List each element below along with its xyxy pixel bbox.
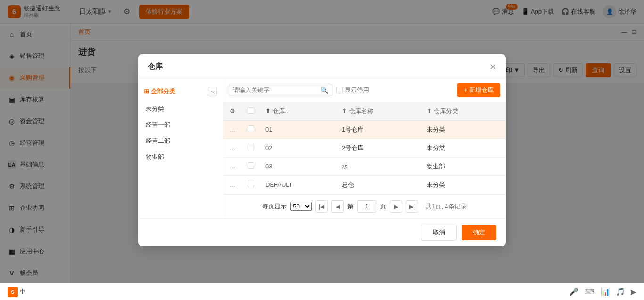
bottom-logo: S 中 [8, 287, 25, 297]
row-checkbox[interactable] [248, 162, 254, 169]
th-name: ⬆ 仓库名称 [336, 102, 421, 121]
search-box: 🔍 [229, 84, 332, 96]
content-panel: 🔍 显示停用 + 新增仓库 ⚙ [223, 78, 506, 218]
add-warehouse-btn[interactable]: + 新增仓库 [457, 83, 500, 97]
cancel-button[interactable]: 取消 [421, 225, 457, 241]
row-code: 03 [260, 157, 336, 175]
disabled-checkbox[interactable] [336, 87, 343, 93]
table-row[interactable]: ... 03 水 物业部 [223, 157, 506, 175]
last-page-btn[interactable]: ▶| [406, 200, 418, 213]
row-checkbox[interactable] [248, 181, 254, 187]
row-code: 02 [260, 139, 336, 157]
row-more-btn[interactable]: ... [223, 139, 242, 157]
modal-body: ⊞ 全部分类 « 未分类 经营一部 经营二部 物业部 🔍 [138, 78, 506, 218]
warehouse-modal: 仓库 ✕ ⊞ 全部分类 « 未分类 经营一部 经营二部 物业部 [138, 54, 506, 246]
page-label: 第 [347, 202, 354, 211]
row-checkbox-cell [242, 120, 260, 139]
table-row[interactable]: ... 01 1号仓库 未分类 [223, 120, 506, 139]
prev-page-btn[interactable]: ◀ [331, 200, 344, 213]
content-toolbar: 🔍 显示停用 + 新增仓库 [223, 78, 506, 102]
category-item-dept1[interactable]: 经营一部 [138, 117, 223, 133]
gear-th-icon: ⚙ [230, 108, 235, 115]
select-all-checkbox[interactable] [248, 107, 254, 114]
th-code: ⬆ 仓库... [260, 102, 336, 121]
modal-header: 仓库 ✕ [138, 54, 506, 78]
row-category: 未分类 [421, 175, 506, 194]
category-item-dept2[interactable]: 经营二部 [138, 133, 223, 149]
modal-title: 仓库 [148, 62, 163, 72]
row-code: 01 [260, 120, 336, 139]
search-input[interactable] [233, 86, 317, 93]
play-icon[interactable]: ▶ [631, 287, 636, 296]
row-category: 物业部 [421, 157, 506, 175]
next-page-btn[interactable]: ▶ [390, 200, 402, 213]
th-code-label: ⬆ 仓库... [265, 108, 289, 115]
table-row[interactable]: ... 02 2号仓库 未分类 [223, 139, 506, 157]
category-item-property[interactable]: 物业部 [138, 149, 223, 165]
page-input[interactable] [357, 200, 376, 213]
table-row[interactable]: ... DEFAULT 总仓 未分类 [223, 175, 506, 194]
row-category: 未分类 [421, 120, 506, 139]
th-name-label: ⬆ 仓库名称 [342, 108, 373, 115]
table-body: ... 01 1号仓库 未分类 ... 02 2号仓库 未分类 ... 03 水… [223, 120, 506, 194]
row-checkbox-cell [242, 175, 260, 194]
first-page-btn[interactable]: |◀ [315, 200, 328, 213]
modal-overlay: 仓库 ✕ ⊞ 全部分类 « 未分类 经营一部 经营二部 物业部 [0, 0, 644, 300]
bottom-logo-icon: S [8, 287, 18, 297]
th-checkbox [242, 102, 260, 121]
row-checkbox-cell [242, 157, 260, 175]
row-name: 2号仓库 [336, 139, 421, 157]
table: ⚙ ⬆ 仓库... ⬆ 仓库名称 [223, 102, 506, 194]
all-categories-btn[interactable]: ⊞ 全部分类 [144, 87, 175, 96]
row-code: DEFAULT [260, 175, 336, 194]
confirm-button[interactable]: 确定 [462, 225, 496, 240]
row-category: 未分类 [421, 139, 506, 157]
row-name: 水 [336, 157, 421, 175]
show-disabled-checkbox[interactable]: 显示停用 [336, 86, 369, 94]
row-checkbox[interactable] [248, 144, 254, 150]
all-categories-label: 全部分类 [151, 87, 175, 96]
row-name: 总仓 [336, 175, 421, 194]
warehouse-table: ⚙ ⬆ 仓库... ⬆ 仓库名称 [223, 102, 506, 194]
row-checkbox[interactable] [248, 125, 254, 132]
page-total-info: 共1页, 4条记录 [426, 202, 467, 211]
search-icon[interactable]: 🔍 [320, 86, 328, 94]
mic-icon[interactable]: 🎤 [569, 287, 578, 296]
category-item-unclassified[interactable]: 未分类 [138, 101, 223, 117]
grid-icon: ⊞ [144, 88, 149, 95]
row-more-btn[interactable]: ... [223, 120, 242, 139]
th-gear: ⚙ [223, 102, 242, 121]
chart-icon[interactable]: 📊 [601, 287, 610, 296]
row-name: 1号仓库 [336, 120, 421, 139]
collapse-category-btn[interactable]: « [208, 87, 217, 96]
row-checkbox-cell [242, 139, 260, 157]
bottom-logo-text: 中 [20, 288, 25, 296]
bottom-bar: S 中 🎤 ⌨ 📊 🎵 ▶ [0, 283, 644, 300]
table-header-row: ⚙ ⬆ 仓库... ⬆ 仓库名称 [223, 102, 506, 121]
modal-close-icon[interactable]: ✕ [489, 62, 496, 72]
keyboard-icon[interactable]: ⌨ [584, 287, 595, 296]
music-icon[interactable]: 🎵 [616, 287, 625, 296]
per-page-label: 每页显示 [262, 202, 287, 211]
page-suffix: 页 [380, 202, 386, 211]
row-more-btn[interactable]: ... [223, 175, 242, 194]
category-panel: ⊞ 全部分类 « 未分类 经营一部 经营二部 物业部 [138, 78, 223, 218]
th-category: ⬆ 仓库分类 [421, 102, 506, 121]
category-header: ⊞ 全部分类 « [138, 84, 223, 101]
per-page-select[interactable]: 50 20 100 [290, 202, 312, 211]
row-more-btn[interactable]: ... [223, 157, 242, 175]
pagination: 每页显示 50 20 100 |◀ ◀ 第 页 ▶ ▶| 共1页, 4条记录 [223, 194, 506, 218]
modal-footer: 取消 确定 [138, 218, 506, 246]
th-category-label: ⬆ 仓库分类 [427, 108, 458, 115]
show-disabled-label: 显示停用 [345, 86, 369, 94]
